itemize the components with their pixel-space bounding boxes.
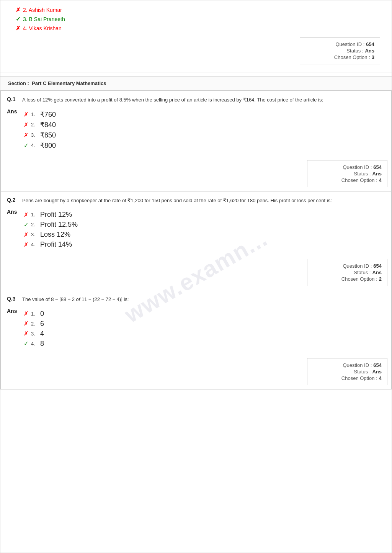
list-item: ✗ 3. Loss 12% <box>24 231 78 239</box>
question-meta-box-2: Question ID : 654 Status : Ans Chosen Op… <box>307 259 387 286</box>
option-num: 3. <box>31 132 38 138</box>
meta-chosen-row: Chosen Option : 3 <box>305 54 374 60</box>
meta-id-row: Question ID : 654 <box>313 362 382 368</box>
question-block-1: Q.1 A loss of 12% gets converted into a … <box>0 90 392 191</box>
list-item: ✓ 4. 8 <box>24 340 44 348</box>
question-meta-box-3: Question ID : 654 Status : Ans Chosen Op… <box>307 358 387 385</box>
correct-icon: ✓ <box>24 142 29 149</box>
option-text: Loss 12% <box>40 231 70 239</box>
meta-status-label: Status : <box>354 171 371 177</box>
meta-chosen-value: 2 <box>379 276 382 282</box>
meta-status-label: Status : <box>346 48 363 54</box>
meta-status-value: Ans <box>372 369 382 375</box>
meta-id-label: Question ID : <box>343 263 372 269</box>
list-item: ✗ 1. 0 <box>24 310 44 318</box>
option-num: 2. <box>31 122 38 128</box>
meta-id-label: Question ID : <box>343 362 372 368</box>
question-header-2: Q.2 Pens are bought by a shopkeeper at t… <box>1 191 391 207</box>
meta-status-row: Status : Ans <box>313 369 382 375</box>
meta-chosen-value: 4 <box>379 177 382 183</box>
meta-status-row: Status : Ans <box>305 48 374 54</box>
question-block-2: Q.2 Pens are bought by a shopkeeper at t… <box>0 191 392 291</box>
answer-section-3: Ans ✗ 1. 0 ✗ 2. 6 ✗ 3. 4 ✓ <box>1 306 391 355</box>
option-text: 0 <box>40 310 44 318</box>
answer-options-1: ✗ 1. ₹760 ✗ 2. ₹840 ✗ 3. ₹850 ✓ 4. ₹ <box>24 108 56 152</box>
option-num: 3. <box>31 232 38 237</box>
option-text: 4 <box>40 330 44 338</box>
meta-status-row: Status : Ans <box>313 171 382 177</box>
wrong-icon: ✗ <box>24 310 29 317</box>
list-item: ✓ 3. B Sai Praneeth <box>16 16 384 23</box>
option-text: 4. Vikas Krishan <box>23 25 62 31</box>
question-text: Pens are bought by a shopkeeper at the r… <box>22 197 385 205</box>
ans-label: Ans <box>7 308 22 314</box>
question-text: A loss of 12% gets converted into a prof… <box>22 96 385 104</box>
meta-id-label: Question ID : <box>343 164 372 170</box>
meta-id-value: 654 <box>366 41 374 47</box>
option-text: ₹840 <box>40 121 56 129</box>
option-text: Profit 12% <box>40 211 72 219</box>
option-text: ₹760 <box>40 110 56 119</box>
list-item: ✗ 1. ₹760 <box>24 110 56 119</box>
option-num: 1. <box>31 212 38 218</box>
meta-chosen-label: Chosen Option : <box>341 276 377 282</box>
meta-id-value: 654 <box>373 164 382 170</box>
ans-label: Ans <box>7 209 22 215</box>
meta-id-row: Question ID : 654 <box>313 164 382 170</box>
meta-chosen-row: Chosen Option : 4 <box>313 375 382 381</box>
meta-id-row: Question ID : 654 <box>305 41 374 47</box>
meta-chosen-value: 3 <box>372 54 374 60</box>
correct-icon: ✓ <box>16 16 21 23</box>
option-text: ₹850 <box>40 131 56 139</box>
option-text: Profit 14% <box>40 241 72 249</box>
question-header-1: Q.1 A loss of 12% gets converted into a … <box>1 91 391 106</box>
list-item: ✗ 2. 6 <box>24 320 44 328</box>
question-number: Q.3 <box>7 296 18 302</box>
question-text: The value of 8 − [88 ÷ 2 of 11 − (22 − 7… <box>22 296 385 303</box>
wrong-icon: ✗ <box>24 111 29 118</box>
option-text: 3. B Sai Praneeth <box>23 16 65 22</box>
meta-id-value: 654 <box>373 362 382 368</box>
wrong-icon: ✗ <box>24 121 29 128</box>
wrong-icon: ✗ <box>24 211 29 218</box>
answer-section-2: Ans ✗ 1. Profit 12% ✓ 2. Profit 12.5% ✗ … <box>1 206 391 256</box>
list-item: ✓ 2. Profit 12.5% <box>24 221 78 229</box>
answer-section-1: Ans ✗ 1. ₹760 ✗ 2. ₹840 ✗ 3. ₹850 <box>1 106 391 157</box>
page-wrapper: www.examn... ✗ 2. Ashish Kumar ✓ 3. B Sa… <box>0 0 392 553</box>
wrong-icon: ✗ <box>16 7 21 13</box>
question-block-3: Q.3 The value of 8 − [88 ÷ 2 of 11 − (22… <box>0 290 392 389</box>
question-number: Q.2 <box>7 197 18 203</box>
option-num: 1. <box>31 311 38 317</box>
meta-chosen-label: Chosen Option : <box>334 54 370 60</box>
meta-status-row: Status : Ans <box>313 270 382 275</box>
ans-label: Ans <box>7 108 22 115</box>
list-item: ✗ 2. Ashish Kumar <box>16 7 384 13</box>
wrong-icon: ✗ <box>24 132 29 139</box>
option-text: Profit 12.5% <box>40 221 78 229</box>
question-meta-box: Question ID : 654 Status : Ans Chosen Op… <box>300 37 380 64</box>
meta-id-row: Question ID : 654 <box>313 263 382 269</box>
meta-status-label: Status : <box>354 270 371 275</box>
option-text: 8 <box>40 340 44 348</box>
wrong-icon: ✗ <box>24 320 29 327</box>
meta-status-value: Ans <box>372 171 382 177</box>
meta-status-value: Ans <box>372 270 382 275</box>
meta-chosen-label: Chosen Option : <box>341 375 377 381</box>
option-num: 4. <box>31 142 38 148</box>
meta-chosen-row: Chosen Option : 4 <box>313 177 382 183</box>
option-text: 6 <box>40 320 44 328</box>
meta-status-label: Status : <box>354 369 371 375</box>
list-item: ✗ 4. Profit 14% <box>24 241 78 249</box>
question-number: Q.1 <box>7 96 18 102</box>
question-header-3: Q.3 The value of 8 − [88 ÷ 2 of 11 − (22… <box>1 290 391 306</box>
list-item: ✗ 3. 4 <box>24 330 44 338</box>
meta-chosen-row: Chosen Option : 2 <box>313 276 382 282</box>
wrong-icon: ✗ <box>16 25 21 32</box>
question-meta-box-1: Question ID : 654 Status : Ans Chosen Op… <box>307 160 387 187</box>
meta-status-value: Ans <box>365 48 374 54</box>
meta-chosen-value: 4 <box>379 375 382 381</box>
meta-chosen-label: Chosen Option : <box>341 177 377 183</box>
option-num: 4. <box>31 341 38 347</box>
correct-icon: ✓ <box>24 340 29 347</box>
answer-options-2: ✗ 1. Profit 12% ✓ 2. Profit 12.5% ✗ 3. L… <box>24 209 78 250</box>
